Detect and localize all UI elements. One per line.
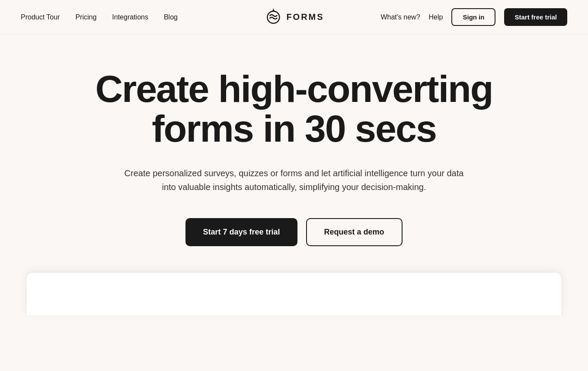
logo-text: FORMS — [286, 12, 324, 22]
logo-icon — [264, 8, 283, 27]
nav-right: What's new? Help Sign in Start free tria… — [380, 8, 567, 26]
nav-pricing[interactable]: Pricing — [75, 13, 96, 21]
product-preview-card — [26, 272, 562, 315]
start-trial-button[interactable]: Start 7 days free trial — [185, 218, 297, 246]
nav-help[interactable]: Help — [429, 13, 443, 21]
nav-whats-new[interactable]: What's new? — [380, 13, 420, 21]
nav-product-tour[interactable]: Product Tour — [21, 13, 60, 21]
hero-buttons: Start 7 days free trial Request a demo — [185, 218, 402, 246]
start-free-trial-nav-button[interactable]: Start free trial — [504, 8, 567, 26]
hero-title-line1: Create high-converting — [95, 67, 492, 110]
hero-title-line2: forms in 30 secs — [152, 107, 436, 150]
logo[interactable]: FORMS — [264, 8, 324, 27]
hero-title: Create high-converting forms in 30 secs — [95, 69, 492, 149]
request-demo-button[interactable]: Request a demo — [306, 218, 403, 246]
signin-button[interactable]: Sign in — [451, 8, 495, 26]
nav-left: Product Tour Pricing Integrations Blog — [21, 13, 178, 21]
hero-section: Create high-converting forms in 30 secs … — [0, 35, 588, 315]
navbar: Product Tour Pricing Integrations Blog F… — [0, 0, 588, 35]
hero-subtitle: Create personalized surveys, quizzes or … — [117, 166, 471, 194]
nav-blog[interactable]: Blog — [164, 13, 178, 21]
nav-integrations[interactable]: Integrations — [112, 13, 148, 21]
svg-point-0 — [267, 11, 279, 23]
